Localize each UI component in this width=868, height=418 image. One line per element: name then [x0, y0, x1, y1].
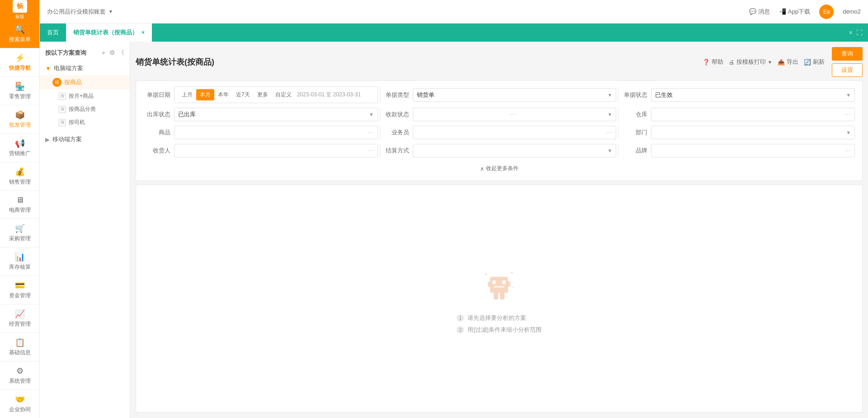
- message-button[interactable]: 💬 消息: [749, 8, 770, 16]
- goods-control[interactable]: ···: [174, 126, 378, 139]
- salesperson-dots-icon: ···: [606, 128, 612, 137]
- sidebar-item-purchase[interactable]: 🛒 采购管理: [0, 219, 39, 247]
- left-panel: 按以下方案查询 ＋ ⚙ 《 ▼ 电脑端方案 按 按商品 按: [40, 42, 130, 418]
- date-filter-control[interactable]: 上月 本月 本年 近7天 更多 自定义 2023-03-01 至 2023-03…: [174, 86, 378, 103]
- svg-rect-4: [488, 281, 491, 287]
- svg-rect-6: [494, 292, 498, 299]
- collapse-panel-icon[interactable]: 《: [118, 49, 124, 57]
- outstatus-control[interactable]: 已出库 ▼: [174, 108, 378, 121]
- refresh-button[interactable]: 🔄 刷新: [804, 58, 825, 66]
- settings-button[interactable]: 设置: [832, 63, 863, 77]
- export-button[interactable]: 📤 导出: [778, 58, 798, 66]
- collapse-button[interactable]: ∧ 收起更多条件: [143, 162, 855, 175]
- user-avatar[interactable]: Ea: [819, 5, 834, 19]
- tab-minimize-icon[interactable]: ×: [849, 29, 853, 36]
- doctype-label: 单据类型: [382, 91, 409, 99]
- sidebar-item-basic[interactable]: 📋 基础信息: [0, 333, 39, 361]
- app-logo[interactable]: 畅 标版: [0, 0, 40, 20]
- sidebar-item-ecommerce[interactable]: 🖥 电商管理: [0, 191, 39, 219]
- date-btn-custom[interactable]: 自定义: [272, 89, 295, 100]
- home-tab-label: 首页: [47, 28, 59, 37]
- sidebar-item-quicknav[interactable]: ⚡ 快捷导航: [0, 48, 39, 77]
- date-btn-lastmonth[interactable]: 上月: [178, 89, 196, 100]
- date-btn-thismonth[interactable]: 本月: [196, 89, 214, 100]
- print-dropdown-icon[interactable]: ▼: [768, 60, 772, 65]
- warehouse-control[interactable]: ···: [651, 108, 855, 121]
- dept-control[interactable]: ▼: [651, 126, 855, 139]
- tree-parent-mobile[interactable]: ▶ 移动端方案: [40, 133, 130, 146]
- dept-label: 部门: [620, 128, 647, 137]
- export-icon: 📤: [778, 59, 785, 66]
- goods-dots-icon: ···: [368, 128, 373, 137]
- title-actions: ❓ 帮助 🖨 按模板打印 ▼ 📤 导出 🔄: [703, 58, 825, 66]
- doctype-dropdown-icon: ▼: [607, 92, 612, 98]
- salesperson-control[interactable]: ···: [413, 126, 617, 139]
- filter-item-goods: 商品 ···: [143, 126, 378, 139]
- filter-item-salesperson: 业务员 ···: [382, 126, 617, 139]
- tab-close-icon[interactable]: ×: [142, 29, 145, 36]
- top-bar: 办公用品行业模拟账套 ▼ 💬 消息 📲 App下载 Ea demo2: [40, 0, 868, 24]
- date-btn-7days[interactable]: 近7天: [232, 89, 254, 100]
- docstatus-control[interactable]: 已生效 ▼: [651, 88, 855, 102]
- empty-tips: 1 请先选择要分析的方案 2 用[过滤]条件来缩小分析范围: [457, 314, 541, 334]
- filter-item-date: 单据日期 上月 本月 本年 近7天 更多 自定义 2023-03-01 至 20…: [143, 86, 378, 103]
- brand-dots-icon: ···: [845, 147, 851, 155]
- sidebar-item-finance[interactable]: 💳 资金管理: [0, 276, 39, 304]
- tree-section-mobile: ▶ 移动端方案: [40, 131, 130, 148]
- app-download-button[interactable]: 📲 App下载: [779, 8, 810, 16]
- settings-scheme-icon[interactable]: ⚙: [109, 49, 115, 57]
- recipient-control[interactable]: ···: [174, 144, 378, 157]
- help-button[interactable]: ❓ 帮助: [703, 58, 723, 66]
- outstatus-label: 出库状态: [143, 110, 170, 119]
- sidebar-item-search[interactable]: 🔍 搜索菜单: [0, 20, 39, 48]
- sidebar-item-marketing[interactable]: 📢 营销推广: [0, 134, 39, 162]
- doctype-control[interactable]: 销货单 ▼: [413, 88, 617, 102]
- goods-label: 商品: [143, 128, 170, 137]
- tab-active[interactable]: 销货单统计表（按商品） ×: [66, 24, 152, 42]
- query-button[interactable]: 查询: [832, 47, 863, 61]
- page-title: 销货单统计表(按商品): [136, 57, 214, 67]
- industry-selector[interactable]: 办公用品行业模拟账套 ▼: [47, 8, 113, 16]
- sidebar-item-management[interactable]: 📈 经营管理: [0, 304, 39, 333]
- tree-child-category[interactable]: 按 按商品分类: [40, 103, 130, 116]
- sidebar-item-wholesale[interactable]: 📦 批发管理: [0, 105, 39, 134]
- sub-icon-month: 按: [59, 93, 66, 100]
- tree-child-month-goods[interactable]: 按 按月+商品: [40, 90, 130, 103]
- child-icon-goods: 按: [52, 78, 61, 87]
- docstatus-dropdown-icon: ▼: [846, 92, 851, 98]
- date-btn-more[interactable]: 更多: [254, 89, 272, 100]
- tree-parent-pc[interactable]: ▼ 电脑端方案: [40, 62, 130, 75]
- collab-icon: 🤝: [15, 394, 25, 404]
- print-icon: 🖨: [729, 59, 735, 66]
- logo-icon: 畅: [13, 0, 27, 13]
- docstatus-value: 已生效: [655, 91, 673, 99]
- salesperson-label: 业务员: [382, 128, 409, 137]
- settlement-control[interactable]: ▼: [413, 144, 617, 157]
- add-scheme-icon[interactable]: ＋: [100, 49, 107, 57]
- sidebar-item-inventory[interactable]: 📊 库存核算: [0, 247, 39, 276]
- logo-text: 标版: [15, 14, 24, 20]
- sales-icon: 💰: [15, 167, 25, 177]
- sidebar-item-system[interactable]: ⚙ 系统管理: [0, 361, 39, 390]
- tab-maximize-icon[interactable]: ⛶: [856, 29, 863, 36]
- tree-child-category-label: 按商品分类: [69, 105, 96, 113]
- filter-item-dept: 部门 ▼: [620, 126, 855, 139]
- filter-item-docstatus: 单据状态 已生效 ▼: [620, 88, 855, 102]
- payment-dots-icon: ···: [509, 110, 515, 119]
- tab-home[interactable]: 首页: [40, 24, 66, 42]
- tree-child-by-goods[interactable]: 按 按商品: [40, 75, 130, 90]
- sidebar-item-sales[interactable]: 💰 销售管理: [0, 162, 39, 191]
- print-button[interactable]: 🖨 按模板打印 ▼: [729, 58, 772, 66]
- settlement-label: 结算方式: [382, 147, 409, 155]
- filter-panel: 单据日期 上月 本月 本年 近7天 更多 自定义 2023-03-01 至 20…: [136, 81, 863, 181]
- sidebar: 畅 标版 🔍 搜索菜单 ⚡ 快捷导航 🏪 零售管理 📦 批发管理 📢 营销推广 …: [0, 0, 40, 418]
- search-icon: 🔍: [15, 24, 25, 34]
- sidebar-item-retail[interactable]: 🏪 零售管理: [0, 77, 39, 105]
- tree-child-driver[interactable]: 按 按司机: [40, 116, 130, 129]
- inventory-icon: 📊: [15, 252, 25, 262]
- collapse-up-icon: ∧: [480, 166, 484, 172]
- brand-control[interactable]: ···: [651, 144, 855, 157]
- sidebar-item-collab[interactable]: 🤝 企业协同: [0, 390, 39, 418]
- date-btn-thisyear[interactable]: 本年: [214, 89, 232, 100]
- payment-control[interactable]: ··· ▼: [413, 108, 617, 121]
